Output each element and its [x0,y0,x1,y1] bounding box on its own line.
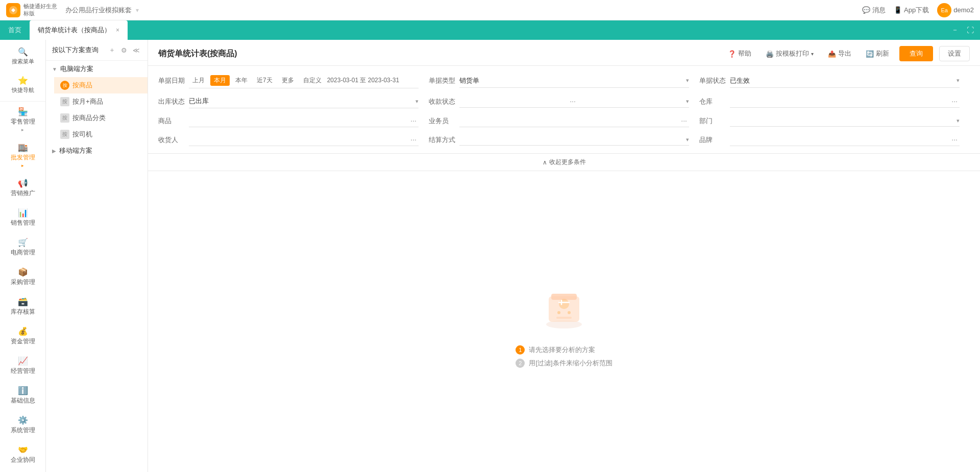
salesperson-dots[interactable]: ··· [679,116,689,125]
product-dots[interactable]: ··· [408,116,419,125]
app-download-action[interactable]: 📱 App下载 [894,6,929,15]
collapse-icon: ≪ [133,46,140,54]
retail-icon: 🏪 [18,107,28,116]
sidebar-item-purchase[interactable]: 📦 采购管理 [0,262,45,292]
sidebar-item-sales[interactable]: 📊 销售管理 [0,203,45,232]
tree-leaf-by-driver[interactable]: 按 按司机 [54,126,148,143]
svg-rect-9 [556,317,572,319]
leaf-icon-by-product: 按 [60,81,69,90]
docstatus-control[interactable]: 已生效 ▾ [730,74,960,88]
settlement-label: 结算方式 [429,135,455,145]
purchase-icon: 📦 [18,267,28,277]
leaf-icon-by-month-product: 按 [60,97,69,106]
add-scheme-btn[interactable]: ＋ [107,45,117,55]
department-control[interactable]: ▾ [730,115,960,127]
logo-text: 畅捷通好生意 标版 [23,3,57,16]
svg-point-8 [568,311,571,314]
sidebar-item-ecommerce[interactable]: 🛒 电商管理 [0,232,45,262]
date-btn-7days[interactable]: 近7天 [253,75,276,86]
sidebar-item-basic[interactable]: ℹ️ 基础信息 [0,381,45,410]
brand-label: 品牌 [699,135,726,145]
sidebar-item-guide[interactable]: 🎯 新手引导 [0,469,45,472]
query-btn[interactable]: 查询 [899,46,933,61]
system-icon: ⚙️ [18,415,28,425]
outstatus-dropdown-icon: ▾ [415,98,419,105]
warehouse-label: 仓库 [699,97,726,106]
receiver-dots[interactable]: ··· [408,135,419,144]
export-btn[interactable]: 📤 导出 [824,47,855,60]
empty-tips: 1 请先选择要分析的方案 2 用[过滤]条件来缩小分析范围 [516,345,612,368]
product-control[interactable]: ··· [189,114,419,127]
brand-control[interactable]: ··· [730,133,960,146]
tab-close-icon[interactable]: × [116,27,119,34]
help-btn[interactable]: ❓ 帮助 [724,47,755,60]
header-right: 💬 消息 📱 App下载 Ea demo2 [862,3,974,17]
quicknav-icon: ⭐ [18,76,28,85]
tree-leaf-by-product[interactable]: 按 按商品 [54,77,148,93]
sidebar-item-operations[interactable]: 📈 经营管理 [0,351,45,381]
breadcrumb: 办公用品行业模拟账套 [65,6,132,15]
date-label: 单据日期 [158,76,185,85]
settings-btn[interactable]: 设置 [939,46,970,61]
tree-node-desktop-label[interactable]: ▼ 电脑端方案 [46,61,148,77]
warehouse-dots[interactable]: ··· [949,97,960,105]
tip-num-2: 2 [516,359,525,368]
collapse-panel-btn[interactable]: ≪ [131,45,141,55]
date-btn-lastmonth[interactable]: 上月 [189,75,208,86]
tree-leaf-by-category[interactable]: 按 按商品分类 [54,110,148,126]
sidebar-item-wholesale[interactable]: 🏬 批发管理 ▸ [0,137,45,173]
filter-row-1: 单据日期 上月 本月 本年 近7天 更多 自定义 2023-03-01 至 20… [158,73,970,88]
header-left: 畅捷通好生意 标版 办公用品行业模拟账套 ▾ [6,3,139,17]
tab-bar: 首页 销货单统计表（按商品） × － ⛶ [0,20,980,40]
download-icon: 📱 [894,6,902,14]
settlement-control[interactable]: ▾ [459,134,689,146]
payment-dots[interactable]: ··· [568,97,578,105]
tab-home[interactable]: 首页 [0,20,30,40]
sidebar-item-system[interactable]: ⚙️ 系统管理 [0,410,45,440]
payment-control[interactable]: ··· ▾ [459,95,689,108]
filter-item-brand: 品牌 ··· [699,133,970,146]
sidebar-item-finance[interactable]: 💰 资金管理 [0,321,45,351]
user-action[interactable]: Ea demo2 [937,3,974,17]
date-btn-thisyear[interactable]: 本年 [232,75,251,86]
tree-leaf-by-month-product[interactable]: 按 按月+商品 [54,93,148,110]
sidebar-item-enterprise[interactable]: 🤝 企业协同 [0,440,45,469]
tab-active[interactable]: 销货单统计表（按商品） × [30,20,128,40]
message-action[interactable]: 💬 消息 [862,6,886,15]
empty-tip-2: 2 用[过滤]条件来缩小分析范围 [516,359,612,368]
warehouse-control[interactable]: ··· [730,95,960,108]
retail-arrow: ▸ [21,127,24,132]
outstatus-label: 出库状态 [158,97,185,106]
sidebar-search-section: 🔍 搜索菜单 ⭐ 快捷导航 [0,40,45,102]
finance-icon: 💰 [18,326,28,336]
expand-icon[interactable]: ⛶ [965,24,976,36]
minimize-icon[interactable]: － [949,23,961,37]
sidebar-item-inventory[interactable]: 🗃️ 库存核算 [0,292,45,321]
receiver-control[interactable]: ··· [189,133,419,146]
page-header: 销货单统计表(按商品) ❓ 帮助 🖨️ 按模板打印 ▾ 📤 导出 🔄 刷新 [148,40,980,66]
sidebar-item-retail[interactable]: 🏪 零售管理 ▸ [0,102,45,137]
brand-dots[interactable]: ··· [949,135,960,144]
top-header: 畅捷通好生意 标版 办公用品行业模拟账套 ▾ 💬 消息 📱 App下载 Ea d… [0,0,980,20]
collapse-bar[interactable]: ∧ 收起更多条件 [148,154,980,171]
print-btn[interactable]: 🖨️ 按模板打印 ▾ [762,47,818,60]
tip-num-1: 1 [516,345,525,355]
sidebar-item-quicknav[interactable]: ⭐ 快捷导航 [0,70,45,99]
outstatus-control[interactable]: 已出库 ▾ [189,95,419,108]
outstatus-value: 已出库 [189,97,209,106]
salesperson-control[interactable]: ··· [459,114,689,127]
empty-state: 1 请先选择要分析的方案 2 用[过滤]条件来缩小分析范围 [148,171,980,472]
filter-row-4: 收货人 ··· 结算方式 ▾ 品牌 [158,133,970,146]
settings-scheme-btn[interactable]: ⚙ [119,45,129,55]
doctype-control[interactable]: 销货单 ▾ [459,74,689,88]
tree-children-desktop: 按 按商品 按 按月+商品 按 按商品分类 按 按司机 [46,77,148,143]
refresh-btn[interactable]: 🔄 刷新 [862,47,893,60]
date-btn-thismonth[interactable]: 本月 [210,75,230,86]
date-btn-custom[interactable]: 自定义 [300,75,325,86]
sidebar-item-marketing[interactable]: 📢 营销推广 [0,173,45,203]
tree-node-mobile-label[interactable]: ▶ 移动端方案 [46,143,148,159]
date-btn-more[interactable]: 更多 [278,75,298,86]
sidebar-item-search[interactable]: 🔍 搜索菜单 [0,42,45,70]
filter-item-receiver: 收货人 ··· [158,133,429,146]
main-content: 销货单统计表(按商品) ❓ 帮助 🖨️ 按模板打印 ▾ 📤 导出 🔄 刷新 [148,40,980,472]
